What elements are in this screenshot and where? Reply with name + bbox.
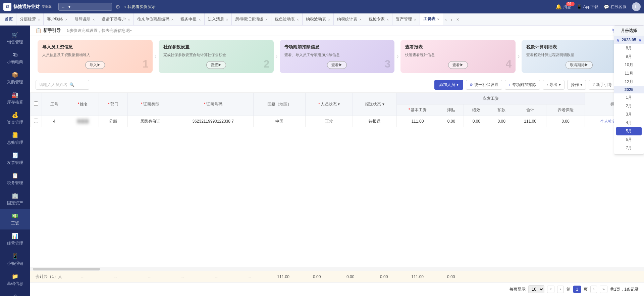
tab-tax-wave[interactable]: 纳税波动表×	[303, 13, 334, 26]
sidebar: 🛒销售管理 🛍小畅电商 📦采购管理 🏭库存核算 💰资金管理 📒总账管理 🧾发票管…	[0, 26, 30, 296]
footer-base-wage: 111.00	[270, 274, 297, 279]
cell-employee-id: 4	[42, 116, 67, 127]
tab-tax-stat[interactable]: 纳税统计表×	[334, 13, 365, 26]
social-insurance-setting-button[interactable]: ⚙ 统一社保设置	[466, 80, 502, 90]
page-label2: 页	[584, 287, 588, 292]
tab-salary[interactable]: 工资表×	[420, 13, 443, 26]
app-download-button[interactable]: 📱 App下载	[577, 4, 598, 10]
month-year-label: 2023.05	[622, 38, 636, 42]
month-8[interactable]: 8月	[614, 44, 644, 52]
month-12[interactable]: 12月	[614, 78, 644, 86]
month-2[interactable]: 2月	[614, 102, 644, 110]
cell-pension: 0.00	[546, 116, 585, 127]
company-selector[interactable]: ... ▼	[58, 3, 112, 11]
select-all-checkbox[interactable]	[34, 101, 38, 106]
step-3: 专项附加扣除信息 查看、导入员工专项附加扣除信息 查看▶ 3	[280, 40, 395, 73]
current-page-btn[interactable]: 1	[573, 286, 581, 293]
th-total: 合计	[514, 104, 546, 116]
sidebar-item-purchase[interactable]: 📦采购管理	[0, 68, 30, 88]
sidebar-item-marketing[interactable]: 📱小畅报销	[0, 250, 30, 270]
special-deduction-button[interactable]: + 专项附加扣除	[505, 80, 540, 90]
tab-asset[interactable]: 资产管理×	[392, 13, 420, 26]
month-6[interactable]: 6月	[614, 135, 644, 144]
user-avatar[interactable]: U	[632, 2, 641, 11]
month-11[interactable]: 11月	[614, 69, 644, 78]
tab-next[interactable]: ›	[449, 17, 454, 22]
next-page-btn[interactable]: ›	[590, 286, 597, 293]
prev-page-btn[interactable]: ‹	[557, 286, 564, 293]
th-base-wage: 基本工资	[396, 104, 439, 116]
tab-home[interactable]: 首页	[1, 13, 16, 26]
tab-prev[interactable]: ‹	[443, 17, 449, 22]
month-7[interactable]: 7月	[614, 144, 644, 152]
cell-total: 111.00	[514, 116, 546, 127]
last-page-btn[interactable]: »	[600, 286, 607, 293]
footer-allowance: 0.00	[304, 274, 330, 279]
pagination-bar: 每页显示 10 20 50 « ‹ 第 1 页 › » 共1页，1条记录	[30, 282, 644, 296]
cell-submit-status: 待报送	[353, 116, 396, 127]
guide-title: 📋 新手引导	[36, 28, 61, 34]
action-button[interactable]: 操作 ▾	[567, 80, 586, 90]
month-year-next[interactable]: ∨	[638, 37, 642, 43]
tab-yindao[interactable]: 引导说明×	[71, 13, 98, 26]
tab-tax-settle[interactable]: 所得税汇算清缴×	[232, 13, 271, 26]
sidebar-item-ledger[interactable]: 📒总账管理	[0, 129, 30, 149]
per-page-select[interactable]: 10 20 50	[528, 285, 544, 293]
tab-bar: 首页 分层经营× 客户联络× 引导说明× 邀请下游客户× 往来单位商品编码× 税…	[0, 13, 644, 26]
sidebar-item-sales[interactable]: 🛒销售管理	[0, 28, 30, 48]
add-person-button[interactable]: 添加人员 ▾	[434, 80, 463, 90]
horizontal-scrollbar[interactable]	[30, 267, 644, 271]
th-status: 人员状态 ▾	[305, 93, 353, 116]
month-1[interactable]: 1月	[614, 93, 644, 102]
tab-tax-report[interactable]: 税务申报×	[177, 13, 204, 26]
salary-table-wrapper: 工号 姓名 部门 证照类型 证照号码 国籍（地区） 人员状态 ▾ 报送状态 ▾ …	[30, 93, 644, 267]
search-icon[interactable]: 🔍	[69, 82, 74, 87]
message-button[interactable]: 🔔 消息 99+	[555, 4, 571, 10]
export-button[interactable]: ↑ 导出 ▾	[543, 80, 565, 90]
demo-button[interactable]: ○ 我要看实例演示	[123, 4, 156, 10]
newbie-guide-button[interactable]: ? 新手引导	[589, 80, 616, 90]
gear-icon[interactable]: ⚙	[115, 4, 120, 10]
th-applied-wages: 应发工资	[396, 93, 585, 104]
sidebar-item-system[interactable]: ⚙系统管理	[0, 290, 30, 296]
month-10[interactable]: 10月	[614, 61, 644, 69]
sidebar-item-invoice[interactable]: 🧾发票管理	[0, 149, 30, 169]
tab-invite[interactable]: 邀请下游客户×	[98, 13, 133, 26]
sidebar-item-tax[interactable]: 📋税务管理	[0, 169, 30, 189]
step-5-btn[interactable]: 敬请期待▶	[566, 61, 593, 69]
cell-nationality: 中国	[253, 116, 305, 127]
tab-kehu[interactable]: 客户联络×	[44, 13, 71, 26]
sidebar-item-inventory[interactable]: 🏭库存核算	[0, 88, 30, 109]
row-checkbox[interactable]	[34, 119, 38, 123]
tab-roster[interactable]: 进入清册×	[205, 13, 232, 26]
tab-tax-check[interactable]: 税检专家×	[365, 13, 392, 26]
tab-tax-burden[interactable]: 税负波动表×	[271, 13, 303, 26]
th-name: 姓名	[67, 93, 99, 116]
month-year-prev[interactable]: ∧	[616, 37, 620, 43]
per-page-label: 每页显示	[509, 287, 526, 292]
month-9[interactable]: 9月	[614, 52, 644, 61]
tab-product-code[interactable]: 往来单位商品编码×	[134, 13, 177, 26]
month-4[interactable]: 4月	[614, 119, 644, 127]
month-3[interactable]: 3月	[614, 110, 644, 119]
tab-fengjing[interactable]: 分层经营×	[16, 13, 44, 26]
cell-department: 分部	[99, 116, 127, 127]
sidebar-item-operation[interactable]: 📊经营管理	[0, 229, 30, 250]
step-4-btn[interactable]: 查看▶	[448, 61, 468, 69]
sidebar-item-fixed-asset[interactable]: 🏢固定资产	[0, 189, 30, 209]
step-2-btn[interactable]: 设置▶	[206, 61, 226, 69]
month-5[interactable]: 5月	[616, 127, 642, 135]
th-employee-id: 工号	[42, 93, 67, 116]
sidebar-item-finance[interactable]: 💰资金管理	[0, 109, 30, 129]
table-row: 4 张某某 分部 居民身份证 36232119990122338 7 中国 正常…	[31, 116, 644, 127]
step-1-btn[interactable]: 导入▶	[85, 61, 105, 69]
search-box: 请输入人员姓名 🔍	[36, 80, 89, 90]
online-service-button[interactable]: 💬 在线客服	[604, 4, 627, 10]
sidebar-item-salary[interactable]: 💵工资	[0, 209, 30, 229]
step-3-btn[interactable]: 查看▶	[327, 61, 347, 69]
th-pension: 养老保险	[546, 104, 585, 116]
sidebar-item-ecommerce[interactable]: 🛍小畅电商	[0, 48, 30, 68]
tab-close-all[interactable]: ×	[454, 17, 461, 22]
first-page-btn[interactable]: «	[547, 286, 555, 293]
sidebar-item-basicinfo[interactable]: 📁基础信息	[0, 270, 30, 290]
